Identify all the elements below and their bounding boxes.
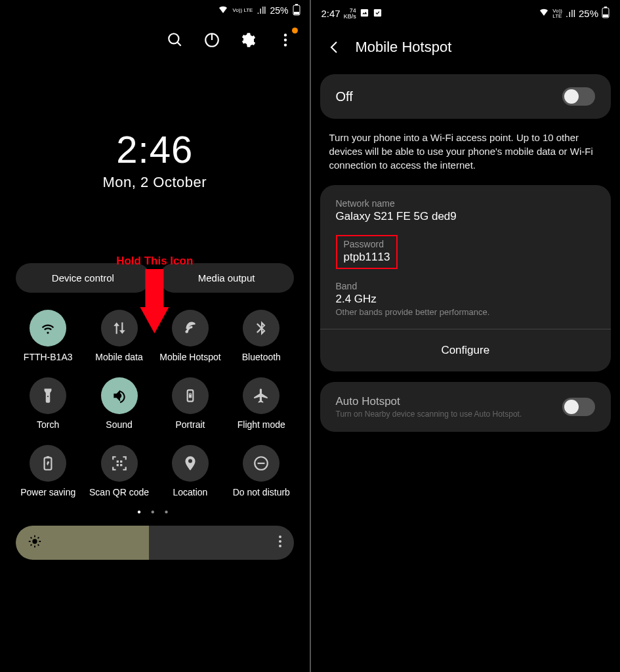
- clock-date: Mon, 2 October: [0, 174, 310, 191]
- mobile-data-icon: [101, 310, 138, 346]
- tile-label: Portrait: [158, 419, 222, 430]
- svg-rect-16: [120, 460, 122, 462]
- svg-line-4: [177, 42, 180, 45]
- tile-torch[interactable]: Torch: [16, 377, 80, 430]
- svg-rect-17: [116, 464, 118, 466]
- power-icon[interactable]: [203, 32, 220, 49]
- password-value: ptpb1113: [344, 251, 390, 264]
- network-name-label: Network name: [336, 198, 596, 209]
- svg-point-10: [185, 330, 188, 333]
- tile-power-saving[interactable]: Power saving: [16, 445, 80, 498]
- battery-text: 25%: [270, 5, 288, 16]
- tile-label: Location: [158, 487, 222, 498]
- bluetooth-icon: [243, 310, 279, 346]
- svg-line-29: [38, 537, 39, 539]
- tile-mobile-hotspot[interactable]: Mobile Hotspot: [158, 310, 222, 363]
- quick-settings-panel: Vo)) LTE .ıll 25% 2:46 Mon, 2 October Ho…: [0, 0, 311, 672]
- media-output-button[interactable]: Media output: [159, 263, 294, 293]
- hotspot-toggle[interactable]: [562, 87, 595, 106]
- tile-flight-mode[interactable]: Flight mode: [229, 377, 293, 430]
- tile-do-not-disturb[interactable]: Do not disturb: [229, 445, 293, 498]
- more-icon[interactable]: [277, 32, 294, 49]
- rotation-lock-icon: [172, 377, 209, 414]
- auto-hotspot-title: Auto Hotspot: [336, 395, 563, 408]
- clock-block: 2:46 Mon, 2 October: [0, 127, 310, 191]
- tile-label: Flight mode: [229, 419, 293, 430]
- svg-point-32: [279, 545, 281, 547]
- svg-point-30: [279, 536, 281, 538]
- tile-label: Mobile Hotspot: [158, 352, 222, 363]
- svg-point-3: [169, 33, 178, 43]
- auto-hotspot-sub: Turn on Nearby device scanning to use Au…: [336, 410, 563, 419]
- tile-wifi[interactable]: FTTH-B1A3: [16, 310, 80, 363]
- svg-line-28: [31, 545, 32, 546]
- tile-scan-qr[interactable]: Scan QR code: [87, 445, 151, 498]
- wifi-status-icon: [218, 5, 228, 16]
- clock-time: 2:46: [0, 127, 310, 171]
- band-label: Band: [336, 281, 596, 291]
- network-name-value: Galaxy S21 FE 5G ded9: [336, 210, 596, 223]
- media-icon: [360, 8, 369, 20]
- password-field[interactable]: Password ptpb1113: [336, 235, 596, 269]
- brightness-slider[interactable]: [16, 526, 294, 560]
- hotspot-toggle-card: Off: [320, 74, 611, 119]
- band-extra: Other bands provide better performance.: [336, 307, 596, 317]
- device-control-button[interactable]: Device control: [16, 263, 150, 293]
- notification-dot: [292, 28, 298, 33]
- tile-bluetooth[interactable]: Bluetooth: [229, 310, 293, 363]
- location-pin-icon: [172, 445, 209, 482]
- auto-hotspot-card: Auto Hotspot Turn on Nearby device scann…: [320, 382, 611, 432]
- pill-row: Device control Media output: [0, 263, 310, 293]
- wifi-icon: [30, 310, 66, 346]
- search-icon[interactable]: [167, 32, 184, 49]
- qr-icon: [101, 445, 138, 482]
- svg-rect-34: [374, 9, 381, 16]
- band-value: 2.4 GHz: [336, 293, 596, 306]
- svg-rect-2: [294, 12, 299, 14]
- band-field[interactable]: Band 2.4 GHz Other bands provide better …: [336, 281, 596, 317]
- settings-gear-icon[interactable]: [240, 32, 257, 49]
- svg-rect-15: [116, 460, 118, 462]
- svg-rect-36: [604, 7, 607, 8]
- divider: [320, 329, 611, 329]
- tile-grid: FTTH-B1A3 Mobile data Mobile Hotspot Blu…: [0, 293, 310, 504]
- svg-rect-12: [189, 394, 192, 398]
- svg-point-21: [32, 539, 37, 544]
- airplane-icon: [243, 377, 279, 414]
- battery-icon: [602, 7, 610, 20]
- brightness-icon: [28, 534, 42, 551]
- svg-point-31: [279, 540, 281, 543]
- page-title: Mobile Hotspot: [356, 39, 452, 56]
- svg-rect-1: [295, 4, 298, 5]
- tile-label: Sound: [87, 419, 151, 430]
- brightness-more-icon[interactable]: [278, 535, 282, 551]
- tile-label: Mobile data: [87, 352, 151, 363]
- tile-label: FTTH-B1A3: [16, 352, 80, 363]
- svg-line-26: [31, 537, 32, 539]
- password-label: Password: [344, 239, 390, 249]
- tile-label: Power saving: [16, 487, 80, 498]
- tile-location[interactable]: Location: [158, 445, 222, 498]
- header: Mobile Hotspot: [311, 27, 621, 74]
- svg-point-7: [283, 33, 286, 36]
- hotspot-state-label: Off: [336, 89, 353, 104]
- tile-portrait[interactable]: Portrait: [158, 377, 222, 430]
- configure-button[interactable]: Configure: [336, 339, 596, 358]
- network-name-field[interactable]: Network name Galaxy S21 FE 5G ded9: [336, 198, 596, 223]
- svg-rect-14: [47, 456, 49, 457]
- svg-rect-37: [603, 14, 608, 17]
- status-bar: Vo)) LTE .ıll 25%: [0, 0, 310, 21]
- toolbar: [0, 21, 310, 55]
- hotspot-icon: [172, 310, 209, 346]
- lte-indicator: Vo))LTE: [552, 9, 562, 19]
- tile-label: Scan QR code: [87, 487, 151, 498]
- sound-icon: [101, 377, 138, 414]
- tile-sound[interactable]: Sound: [87, 377, 151, 430]
- battery-text: 25%: [579, 8, 598, 19]
- tile-label: Torch: [16, 419, 80, 430]
- auto-hotspot-toggle[interactable]: [562, 398, 595, 416]
- tile-mobile-data[interactable]: Mobile data: [87, 310, 151, 363]
- hotspot-settings-panel: 2:47 74KB/s Vo))LTE .ıll 25% Mobile Hots…: [311, 0, 621, 672]
- lte-indicator: Vo)) LTE: [232, 8, 253, 13]
- back-button[interactable]: [327, 39, 342, 55]
